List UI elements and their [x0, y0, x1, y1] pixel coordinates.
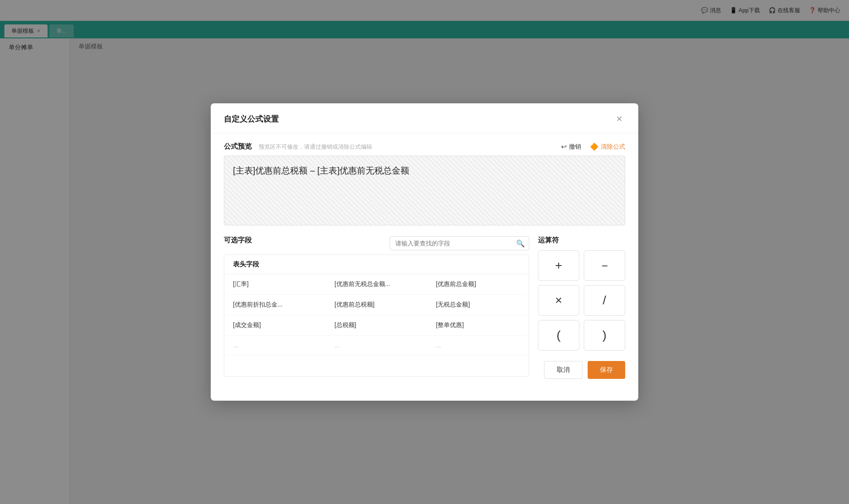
field-label: [优惠前无税总金额... — [335, 280, 390, 287]
search-input[interactable] — [390, 236, 529, 250]
minus-symbol: － — [599, 257, 611, 274]
clear-formula-button[interactable]: 🔶 清除公式 — [590, 143, 625, 151]
fields-section: 可选字段 🔍 表头字段 [汇率] [优惠前无税总金额... — [224, 236, 529, 379]
field-label: [优惠前总税额] — [335, 301, 375, 308]
modal-close-button[interactable]: ✕ — [613, 113, 625, 125]
leftparen-symbol: ( — [557, 328, 561, 342]
modal-header: 自定义公式设置 ✕ — [211, 103, 638, 133]
field-item-huilu[interactable]: [汇率] — [224, 274, 326, 295]
modal-body: 公式预览 预览区不可修改，请通过撤销或清除公式编辑 ↩ 撤销 🔶 清除公式 [主… — [211, 133, 638, 388]
plus-symbol: + — [555, 259, 562, 272]
field-item-zhengdan[interactable]: [整单优惠] — [427, 315, 529, 336]
clear-icon: 🔶 — [590, 143, 599, 151]
field-item-wushui-zong[interactable]: [无税总金额] — [427, 295, 529, 315]
clear-label: 清除公式 — [601, 143, 625, 151]
field-item-extra2[interactable]: ... — [326, 336, 428, 355]
formula-actions: ↩ 撤销 🔶 清除公式 — [561, 143, 625, 151]
field-item-chengjiao[interactable]: [成交金额] — [224, 315, 326, 336]
undo-label: 撤销 — [569, 143, 581, 151]
operators-grid: + － × / ( ) — [538, 250, 625, 351]
operator-minus-button[interactable]: － — [584, 250, 625, 281]
field-label: [无税总金额] — [436, 301, 470, 308]
field-label: [优惠前折扣总金... — [233, 301, 283, 308]
field-label: [整单优惠] — [436, 321, 464, 328]
operator-plus-button[interactable]: + — [538, 250, 579, 281]
formula-hint: 预览区不可修改，请通过撤销或清除公式编辑 — [259, 143, 372, 151]
field-label: [优惠前总金额] — [436, 280, 476, 287]
multiply-symbol: × — [555, 293, 562, 307]
divide-symbol: / — [603, 293, 606, 307]
rightparen-symbol: ) — [603, 328, 606, 342]
field-item-youhui-zhekou[interactable]: [优惠前折扣总金... — [224, 295, 326, 315]
field-label: [总税额] — [335, 321, 356, 328]
field-label: [成交金额] — [233, 321, 261, 328]
formula-expression: [主表]优惠前总税额 – [主表]优惠前无税总金额 — [233, 165, 409, 177]
save-button[interactable]: 保存 — [588, 361, 625, 379]
cancel-button[interactable]: 取消 — [544, 361, 582, 379]
fields-group-header: 表头字段 — [224, 255, 529, 274]
search-icon: 🔍 — [516, 239, 525, 247]
field-label: [汇率] — [233, 280, 249, 287]
field-item-zongshuie[interactable]: [总税额] — [326, 315, 428, 336]
modal-footer-buttons: 取消 保存 — [538, 361, 625, 379]
operator-divide-button[interactable]: / — [584, 285, 625, 316]
operator-multiply-button[interactable]: × — [538, 285, 579, 316]
field-item-extra3[interactable]: ... — [427, 336, 529, 355]
field-item-youhui-zong[interactable]: [优惠前总金额] — [427, 274, 529, 295]
fields-table: 表头字段 [汇率] [优惠前无税总金额... [优惠前总金额] [优惠前折扣总金… — [224, 255, 529, 377]
search-input-wrap: 🔍 — [390, 236, 529, 250]
operator-leftparen-button[interactable]: ( — [538, 320, 579, 351]
operator-rightparen-button[interactable]: ) — [584, 320, 625, 351]
save-label: 保存 — [600, 366, 613, 373]
field-item-youhui-shuie[interactable]: [优惠前总税额] — [326, 295, 428, 315]
cancel-label: 取消 — [557, 366, 570, 373]
fields-grid: [汇率] [优惠前无税总金额... [优惠前总金额] [优惠前折扣总金... [ — [224, 274, 529, 355]
modal-dialog: 自定义公式设置 ✕ 公式预览 预览区不可修改，请通过撤销或清除公式编辑 ↩ 撤销… — [211, 103, 638, 401]
formula-label: 公式预览 — [224, 142, 252, 151]
modal-title: 自定义公式设置 — [224, 114, 279, 124]
undo-button[interactable]: ↩ 撤销 — [561, 143, 581, 151]
fields-operators-row: 可选字段 🔍 表头字段 [汇率] [优惠前无税总金额... — [224, 236, 625, 379]
operators-section: 运算符 + － × / ( — [538, 236, 625, 379]
fields-section-title: 可选字段 — [224, 236, 252, 245]
field-item-youhui-wushui[interactable]: [优惠前无税总金额... — [326, 274, 428, 295]
undo-icon: ↩ — [561, 143, 567, 151]
operators-section-title: 运算符 — [538, 236, 625, 245]
field-item-extra1[interactable]: ... — [224, 336, 326, 355]
formula-preview-box: [主表]优惠前总税额 – [主表]优惠前无税总金额 — [224, 156, 625, 225]
search-row: 可选字段 🔍 — [224, 236, 529, 250]
formula-section: 公式预览 预览区不可修改，请通过撤销或清除公式编辑 ↩ 撤销 🔶 清除公式 [主… — [224, 142, 625, 225]
formula-label-left: 公式预览 预览区不可修改，请通过撤销或清除公式编辑 — [224, 142, 372, 151]
formula-label-row: 公式预览 预览区不可修改，请通过撤销或清除公式编辑 ↩ 撤销 🔶 清除公式 — [224, 142, 625, 151]
